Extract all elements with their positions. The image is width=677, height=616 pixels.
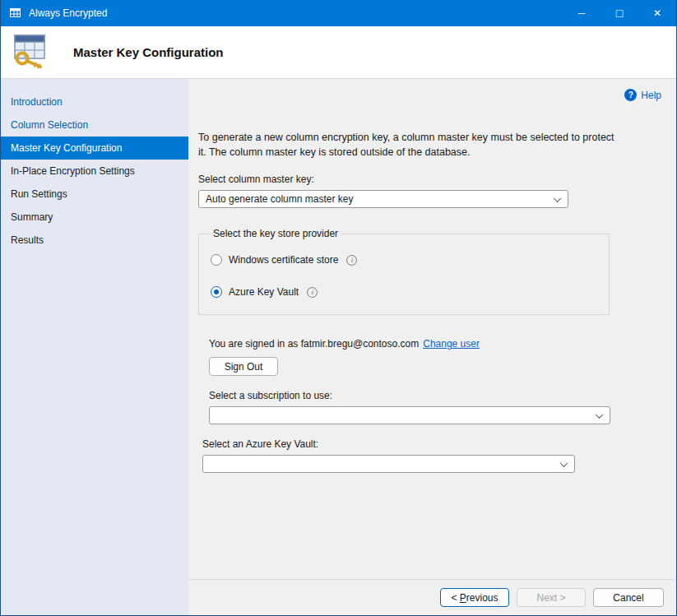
sidebar-item-introduction[interactable]: Introduction (1, 90, 188, 113)
always-encrypted-app-icon (9, 7, 22, 20)
previous-accesskey: P (460, 592, 466, 604)
subscription-label: Select a subscription to use: (209, 390, 663, 401)
wizard-steps-sidebar: Introduction Column Selection Master Key… (1, 79, 188, 615)
next-button[interactable]: Next > (517, 588, 586, 607)
sign-out-button[interactable]: Sign Out (209, 357, 278, 376)
minimize-button[interactable]: ─ (563, 0, 600, 26)
azure-key-vault-option[interactable]: Azure Key Vault i (211, 286, 599, 298)
signed-in-email: fatmir.bregu@contoso.com (301, 338, 420, 350)
azure-key-vault-select-label: Select an Azure Key Vault: (202, 438, 663, 450)
signed-in-prefix: You are signed in as (209, 338, 301, 350)
azure-key-vault-dropdown[interactable] (202, 455, 575, 473)
signed-in-status: You are signed in as fatmir.bregu@contos… (209, 338, 663, 350)
window-title: Always Encrypted (29, 7, 107, 19)
subscription-dropdown[interactable] (209, 406, 610, 424)
sidebar-item-master-key-configuration[interactable]: Master Key Configuration (1, 137, 188, 160)
sidebar-item-summary[interactable]: Summary (1, 206, 188, 229)
title-bar: Always Encrypted ─ □ ✕ (1, 0, 676, 26)
master-key-configuration-panel: ? Help To generate a new column encrypti… (188, 79, 676, 579)
windows-certificate-store-label: Windows certificate store (229, 254, 338, 266)
maximize-button[interactable]: □ (600, 0, 638, 26)
sidebar-item-in-place-encryption-settings[interactable]: In-Place Encryption Settings (1, 160, 188, 183)
windows-certificate-store-radio[interactable] (211, 254, 222, 266)
azure-key-vault-label: Azure Key Vault (229, 286, 299, 298)
previous-button[interactable]: < Previous (440, 588, 509, 607)
table-key-icon (11, 32, 50, 73)
previous-label: < (451, 592, 459, 604)
sidebar-item-column-selection[interactable]: Column Selection (1, 113, 188, 137)
cancel-button[interactable]: Cancel (593, 588, 664, 607)
column-master-key-value: Auto generate column master key (206, 193, 353, 205)
close-button[interactable]: ✕ (638, 0, 676, 26)
page-title: Master Key Configuration (73, 45, 224, 59)
key-store-provider-group-title: Select the key store provider (210, 228, 341, 239)
chevron-down-icon (554, 194, 562, 202)
column-master-key-label: Select column master key: (198, 174, 663, 185)
sidebar-item-run-settings[interactable]: Run Settings (1, 183, 188, 206)
help-link[interactable]: ? Help (624, 89, 661, 101)
windows-certificate-store-option[interactable]: Windows certificate store i (211, 254, 599, 266)
help-icon: ? (624, 89, 637, 101)
window-controls: ─ □ ✕ (563, 0, 676, 26)
previous-label-rest: revious (466, 592, 498, 604)
sidebar-item-results[interactable]: Results (1, 229, 188, 252)
azure-key-vault-radio[interactable] (211, 286, 222, 298)
always-encrypted-window: Always Encrypted ─ □ ✕ Master Key Config… (0, 0, 677, 616)
wizard-footer: < Previous Next > Cancel (188, 579, 676, 615)
wizard-header: Master Key Configuration (1, 26, 676, 79)
key-store-provider-group: Select the key store provider Windows ce… (198, 228, 610, 315)
info-icon[interactable]: i (346, 255, 357, 266)
chevron-down-icon (560, 459, 568, 467)
chevron-down-icon (596, 410, 604, 419)
help-label: Help (641, 90, 661, 101)
intro-text: To generate a new column encryption key,… (198, 130, 622, 160)
info-icon[interactable]: i (307, 287, 318, 298)
column-master-key-dropdown[interactable]: Auto generate column master key (198, 190, 568, 208)
change-user-link[interactable]: Change user (423, 338, 480, 350)
